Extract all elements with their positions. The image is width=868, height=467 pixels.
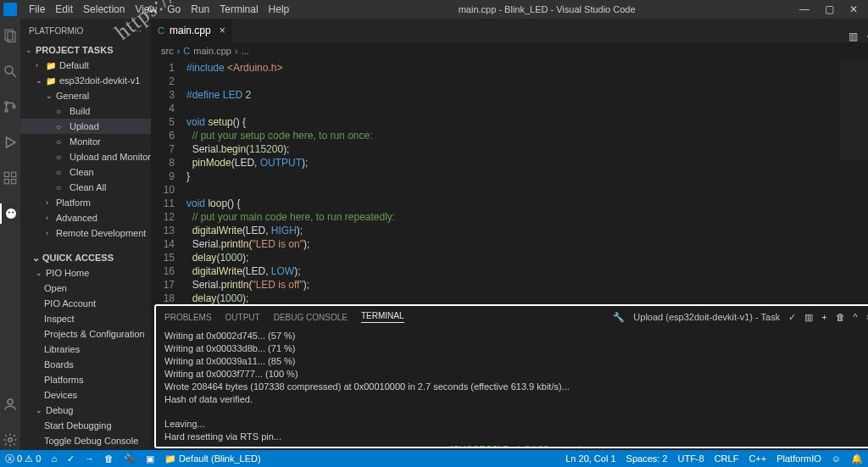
tree-default[interactable]: ›📁Default [20,58,151,73]
breadcrumb[interactable]: src› Cmain.cpp› ... [151,42,868,59]
split-editor-icon[interactable]: ▥ [849,31,858,42]
menu-terminal[interactable]: Terminal [214,3,263,15]
qa-start-debugging[interactable]: Start Debugging [20,418,151,433]
svg-point-16 [8,438,13,442]
new-terminal-icon[interactable]: + [821,312,826,322]
sb-pio-home-icon[interactable]: ⌂ [46,453,62,464]
maximize-icon[interactable]: ▢ [825,3,834,15]
sb-language[interactable]: C++ [743,453,771,464]
window-title: main.cpp - Blink_LED - Visual Studio Cod… [294,4,799,14]
terminal-output[interactable]: Writing at 0x0002d745... (57 %) Writing … [156,328,868,447]
tree-upload-monitor[interactable]: ○Upload and Monitor [20,149,151,164]
menu-view[interactable]: View [130,3,162,15]
platformio-icon[interactable] [0,203,20,224]
tab-main-cpp[interactable]: C main.cpp × [151,19,232,42]
menu-selection[interactable]: Selection [78,3,130,15]
tab-close-icon[interactable]: × [220,25,225,36]
code-editor[interactable]: 1234567891011121314151617181920 #include… [151,59,868,304]
tree-general[interactable]: ⌄General [20,88,151,103]
tabbar: C main.cpp × ▥ ⋯ [151,19,868,42]
menu-help[interactable]: Help [264,3,295,15]
menu-file[interactable]: File [24,3,50,15]
sb-build-icon[interactable]: ✓ [62,453,80,464]
tree-platform[interactable]: ›Platform [20,195,151,210]
menubar: File Edit Selection View Go Run Terminal… [0,0,868,19]
tree-advanced[interactable]: ›Advanced [20,210,151,225]
qa-boards[interactable]: Boards [20,357,151,372]
sb-feedback-icon[interactable]: ☺ [826,453,846,464]
svg-point-15 [8,399,13,404]
svg-line-3 [12,73,16,77]
qa-platforms[interactable]: Platforms [20,372,151,387]
quick-access-section[interactable]: ⌄ QUICK ACCESS [20,249,151,265]
tree-clean[interactable]: ○Clean [20,164,151,180]
qa-pio-home[interactable]: ⌄PIO Home [20,265,151,281]
explorer-icon[interactable] [0,25,20,46]
qa-projects[interactable]: Projects & Configuration [20,326,151,342]
svg-marker-7 [7,137,16,147]
sb-terminal-icon[interactable]: ▣ [141,453,159,464]
activitybar [0,19,20,450]
tree-board[interactable]: ⌄📁esp32doit-devkit-v1 [20,73,151,88]
source-control-icon[interactable] [0,97,20,117]
panel-tab-output[interactable]: OUTPUT [225,313,260,322]
sb-indent[interactable]: Spaces: 2 [621,453,673,464]
menu-run[interactable]: Run [186,3,214,15]
svg-rect-9 [12,172,16,176]
sb-encoding[interactable]: UTF-8 [672,453,709,464]
svg-point-4 [5,102,8,104]
svg-point-13 [8,211,10,213]
debug-icon[interactable] [0,132,20,153]
panel-tab-terminal[interactable]: TERMINAL [361,311,404,323]
svg-point-5 [5,109,8,112]
sb-bell-icon[interactable]: 🔔 [846,453,868,464]
sidebar-title: PLATFORMIO [29,26,83,36]
tree-clean-all[interactable]: ○Clean All [20,180,151,195]
split-terminal-icon[interactable]: ▥ [804,312,813,323]
svg-point-12 [6,208,16,219]
qa-devices[interactable]: Devices [20,387,151,403]
project-tasks-section[interactable]: ⌄PROJECT TASKS [20,42,151,58]
sb-cursor-pos[interactable]: Ln 20, Col 1 [560,453,620,464]
extensions-icon[interactable] [0,168,20,188]
sidebar-more-icon[interactable]: ⋯ [133,26,142,36]
sb-clean-icon[interactable]: 🗑 [99,453,119,464]
svg-point-14 [12,211,14,213]
panel-tab-problems[interactable]: PROBLEMS [164,313,212,322]
sb-eol[interactable]: CRLF [709,453,744,464]
qa-debug[interactable]: ⌄Debug [20,403,151,418]
kill-terminal-icon[interactable]: 🗑 [836,312,845,322]
sb-upload-icon[interactable]: → [80,453,99,464]
minimize-icon[interactable]: — [799,3,810,15]
menu-edit[interactable]: Edit [50,3,78,15]
sb-monitor-icon[interactable]: 🔌 [119,453,141,464]
tab-filename: main.cpp [170,25,211,36]
qa-inspect[interactable]: Inspect [20,311,151,326]
account-icon[interactable] [0,394,20,414]
sb-errors[interactable]: ⓧ 0 ⚠ 0 [0,453,46,465]
qa-updates[interactable]: ⌄Updates [20,448,151,450]
tree-upload[interactable]: ○Upload [20,119,151,134]
sb-platformio[interactable]: PlatformIO [771,453,826,464]
sidebar: PLATFORMIO ⋯ ⌄PROJECT TASKS ›📁Default ⌄📁… [20,19,151,450]
close-icon[interactable]: ✕ [849,3,858,15]
settings-icon[interactable] [0,430,20,450]
tree-monitor[interactable]: ○Monitor [20,134,151,149]
qa-open[interactable]: Open [20,281,151,296]
maximize-panel-icon[interactable]: ^ [854,312,858,322]
qa-account[interactable]: PIO Account [20,296,151,311]
tree-build[interactable]: ○Build [20,103,151,119]
sb-env-switcher[interactable]: 📁 Default (Blink_LED) [159,453,266,464]
minimap[interactable] [839,59,868,161]
qa-toggle-debug[interactable]: Toggle Debug Console [20,433,151,448]
search-icon[interactable] [0,61,20,81]
cpp-file-icon: C [158,25,164,36]
tree-remote[interactable]: ›Remote Development [20,225,151,241]
code-content[interactable]: #include <Arduino.h> #define LED 2 void … [186,59,868,304]
task-label[interactable]: Upload (esp32doit-devkit-v1) - Task [633,312,780,322]
qa-libraries[interactable]: Libraries [20,342,151,357]
panel-tab-debug[interactable]: DEBUG CONSOLE [274,313,348,322]
menu-go[interactable]: Go [162,3,186,15]
statusbar: ⓧ 0 ⚠ 0 ⌂ ✓ → 🗑 🔌 ▣ 📁 Default (Blink_LED… [0,450,868,467]
svg-point-6 [13,106,15,108]
